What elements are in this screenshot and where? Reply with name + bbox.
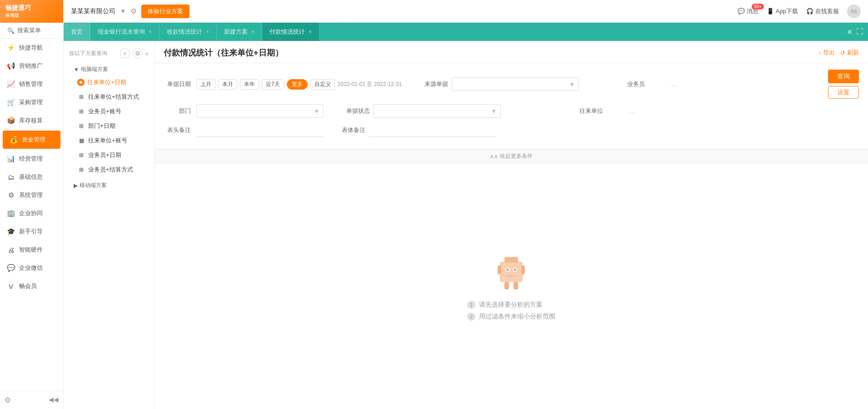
footer-settings-icon[interactable]: ⚙	[5, 396, 11, 404]
step-num-1: 1	[467, 301, 475, 309]
tab-receipt-stat[interactable]: 收款情况统计 ×	[160, 23, 217, 41]
header-note-input[interactable]	[196, 123, 324, 137]
sidebar-item-purchase[interactable]: 🛒 采购管理	[0, 93, 63, 111]
online-service[interactable]: 🎧 在线客服	[806, 7, 839, 15]
sidebar-item-quick-nav[interactable]: ⚡ 快捷导航	[0, 39, 63, 57]
step-num-2: 2	[467, 313, 475, 321]
source-label: 来源单据	[416, 80, 448, 88]
sidebar-item-vip[interactable]: V 畅会员	[0, 277, 63, 295]
grid-icon-2: ⊞	[77, 107, 85, 116]
grid-icon-3: ⊞	[77, 122, 85, 130]
sidebar-item-basic-info[interactable]: 🗂 基础信息	[0, 168, 63, 186]
tab-home[interactable]: 首页	[64, 23, 90, 41]
filter-row-3: 表头备注 表体备注	[164, 123, 859, 137]
page-header: 付款情况统计（往来单位+日期） ↑ 导出 ↺ 刷新	[155, 41, 868, 63]
sidebar-item-label: 智能硬件	[19, 246, 43, 254]
date-last-month-btn[interactable]: 上月	[196, 79, 215, 90]
inventory-icon: 📦	[6, 116, 15, 125]
tab-close-all-icon[interactable]: ✕	[847, 28, 853, 36]
desktop-section-title[interactable]: ▼ 电脑端方案	[64, 64, 154, 75]
date-label: 单据日期	[164, 80, 191, 88]
basic-info-icon: 🗂	[6, 172, 15, 182]
sidebar-item-inventory[interactable]: 📦 库存核算	[0, 111, 63, 130]
schema-partner-account[interactable]: ▦ 往来单位+账号	[64, 133, 154, 148]
mobile-section-title[interactable]: ▶ 移动端方案	[64, 180, 154, 191]
sidebar-item-hardware[interactable]: 🖨 智能硬件	[0, 241, 63, 259]
user-avatar[interactable]: Rit	[847, 5, 861, 18]
experience-btn[interactable]: 体验行业方案	[141, 5, 190, 18]
svg-rect-6	[506, 275, 517, 277]
search-label: 搜索菜单	[17, 26, 41, 35]
dept-arrow-icon: ▼	[314, 108, 319, 115]
tabbar: 首页 现金银行流水查询 × 收款情况统计 × 新建方案 × 付款情况统计 × ✕…	[64, 23, 868, 41]
tab-new-schema-label: 新建方案	[224, 28, 248, 36]
footer-collapse-icon[interactable]: ◀◀	[49, 396, 59, 404]
partner-ellipsis: ...	[607, 108, 634, 115]
date-this-month-btn[interactable]: 本月	[218, 79, 237, 90]
partner-label: 往来单位	[576, 107, 603, 115]
sidebar-item-label: 经营管理	[19, 155, 43, 163]
sidebar-item-guide[interactable]: 🎓 新手引导	[0, 222, 63, 241]
search-menu-item[interactable]: 🔍 搜索菜单	[0, 23, 63, 39]
company-name: 某某某有限公司	[71, 7, 115, 15]
schema-staff-settle[interactable]: ⊞ 业务员+结算方式	[64, 162, 154, 177]
schema-staff-date[interactable]: ⊞ 业务员+日期	[64, 148, 154, 162]
desktop-section-label: 电脑端方案	[81, 66, 108, 73]
schema-partner-settle[interactable]: ⊞ 往来单位+结算方式	[64, 90, 154, 104]
topbar-left: 某某某有限公司 ▼ ⚙ 体验行业方案	[71, 5, 190, 18]
refresh-label: 刷新	[847, 49, 859, 57]
status-select[interactable]: ▼	[374, 104, 501, 118]
add-schema-btn[interactable]: +	[120, 48, 130, 58]
sidebar-item-marketing[interactable]: 📢 营销推广	[0, 57, 63, 75]
settings-gear-icon[interactable]: ⚙	[130, 7, 137, 15]
date-more-btn[interactable]: 更多	[287, 79, 308, 90]
export-icon: ↑	[818, 50, 822, 56]
sidebar-nav: ⚡ 快捷导航 📢 营销推广 📈 销售管理 🛒 采购管理 📦 库存核算 💰 资金管…	[0, 39, 63, 391]
enterprise-icon: 🏢	[6, 209, 15, 218]
gear-small-icon: ⚙	[135, 50, 140, 57]
tab-payment-stat-close-icon[interactable]: ×	[309, 29, 312, 35]
sidebar-item-finance[interactable]: 💰 资金管理	[3, 131, 60, 149]
tab-payment-stat[interactable]: 付款情况统计 ×	[262, 23, 319, 41]
right-panel: 付款情况统计（往来单位+日期） ↑ 导出 ↺ 刷新 单据日期	[155, 41, 868, 409]
message-icon: 💬	[738, 8, 745, 15]
tab-bank[interactable]: 现金银行流水查询 ×	[90, 23, 160, 41]
dept-select[interactable]: ▼	[196, 104, 324, 118]
sidebar-item-operations[interactable]: 📊 经营管理	[0, 150, 63, 168]
date-7days-btn[interactable]: 近7天	[262, 79, 284, 90]
query-btn[interactable]: 查询	[828, 70, 859, 83]
sidebar-item-enterprise[interactable]: 🏢 企业协同	[0, 204, 63, 222]
sidebar-item-sales[interactable]: 📈 销售管理	[0, 75, 63, 93]
guide-icon: 🎓	[6, 227, 15, 236]
schema-staff-account[interactable]: ⊞ 业务员+账号	[64, 104, 154, 119]
main-area: 某某某有限公司 ▼ ⚙ 体验行业方案 💬 消息 99+ 📱 App下载 🎧 在线…	[64, 0, 868, 409]
body-note-input[interactable]	[369, 123, 496, 137]
date-custom-btn[interactable]: 自定义	[310, 79, 335, 90]
message-area[interactable]: 💬 消息 99+	[738, 7, 758, 15]
tab-new-schema-close-icon[interactable]: ×	[251, 29, 254, 35]
quick-nav-icon: ⚡	[6, 43, 15, 52]
left-panel-header: 按以下方案查询 + ⚙ «	[64, 45, 154, 61]
schema-partner-date[interactable]: 往来单位+日期	[64, 75, 154, 90]
date-this-year-btn[interactable]: 本年	[240, 79, 259, 90]
tab-expand-icon[interactable]: ⛶	[856, 28, 863, 36]
tab-new-schema[interactable]: 新建方案 ×	[217, 23, 262, 41]
source-select[interactable]: ▼	[452, 77, 579, 91]
app-download[interactable]: 📱 App下载	[767, 7, 798, 15]
sidebar-item-wechat[interactable]: 💬 企业微信	[0, 259, 63, 277]
schema-dept-date[interactable]: ⊞ 部门+日期	[64, 119, 154, 133]
collapse-bar[interactable]: ∧∧ 收起更多条件	[155, 149, 868, 163]
schema-staff-account-label: 业务员+账号	[88, 107, 121, 116]
schema-settings-btn[interactable]: ⚙	[133, 48, 143, 58]
filter-settings-btn[interactable]: 设置	[828, 86, 859, 99]
collapse-label: 收起更多条件	[500, 152, 533, 160]
tab-receipt-stat-close-icon[interactable]: ×	[206, 29, 209, 35]
tab-bank-close-icon[interactable]: ×	[149, 29, 152, 35]
panel-collapse-btn[interactable]: «	[145, 50, 149, 57]
sidebar: 畅捷通巧 标准版 🔍 搜索菜单 ⚡ 快捷导航 📢 营销推广 📈 销售管理 🛒 采…	[0, 0, 64, 409]
export-btn[interactable]: ↑ 导出	[818, 49, 835, 57]
company-chevron-icon[interactable]: ▼	[120, 8, 126, 15]
source-arrow-icon: ▼	[569, 81, 575, 88]
sidebar-item-system[interactable]: ⚙ 系统管理	[0, 186, 63, 204]
refresh-btn[interactable]: ↺ 刷新	[840, 49, 859, 57]
